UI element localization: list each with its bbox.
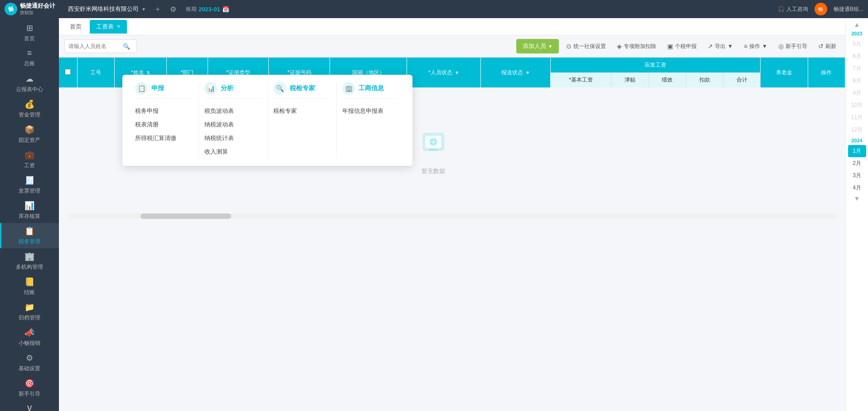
refresh-button[interactable]: ↺ 刷新 bbox=[815, 39, 840, 53]
period-label: 账期 bbox=[186, 5, 197, 13]
refresh-icon: ↺ bbox=[818, 43, 824, 50]
sidebar-item-multi-org[interactable]: 🏢 多机构管理 bbox=[0, 248, 59, 274]
dropdown-item-tax-fluctuation[interactable]: 纳税波动表 bbox=[204, 118, 262, 131]
report-status-filter-icon[interactable]: ▼ bbox=[525, 70, 530, 75]
dropdown-item-tax-report[interactable]: 税务申报 bbox=[135, 104, 193, 118]
refresh-label: 刷新 bbox=[825, 43, 836, 50]
sidebar-item-home[interactable]: ⊞ 首页 bbox=[0, 20, 59, 45]
name-sort-icon[interactable]: ⇅ bbox=[146, 70, 150, 75]
rs-month-2024-2[interactable]: 2月 bbox=[848, 157, 866, 169]
funds-icon: 💰 bbox=[24, 99, 34, 109]
user-avatar[interactable]: 畅 bbox=[815, 3, 827, 15]
sidebar-item-expense[interactable]: 📣 小畅报销 bbox=[0, 324, 59, 350]
add-person-button[interactable]: 添加人员 ▼ bbox=[516, 39, 559, 53]
th-total: 合计 bbox=[723, 73, 761, 87]
rs-month-2024-3[interactable]: 3月 bbox=[848, 169, 866, 182]
person-status-filter-icon[interactable]: ▼ bbox=[455, 70, 459, 75]
company-name: 西安虾米网络科技有限公司 bbox=[68, 5, 139, 13]
tab-payroll-close[interactable]: ✕ bbox=[116, 24, 121, 29]
sidebar-item-guide[interactable]: 🎯 新手引导 bbox=[0, 375, 59, 401]
user-name[interactable]: 畅捷通B组... bbox=[834, 5, 863, 13]
rs-month-2023-7[interactable]: 7月 bbox=[848, 63, 866, 75]
header-actions: ＋ ⚙ bbox=[152, 4, 179, 15]
table-header-row: 工号 *姓名 ⇅ *部门 *证据类型 *证据号码 国籍（地区） *人员状态 ▼ bbox=[59, 58, 845, 73]
tab-payroll[interactable]: 工资表 ✕ bbox=[90, 20, 127, 34]
settings-icon[interactable]: ⚙ bbox=[168, 4, 179, 15]
cloud-icon: ☁ bbox=[25, 74, 34, 84]
rs-prev-arrow[interactable]: ▲ bbox=[850, 20, 864, 29]
th-allowance: 津贴 bbox=[611, 73, 649, 87]
tab-home[interactable]: 首页 bbox=[63, 20, 88, 34]
report-section-icon: 📋 bbox=[135, 82, 148, 95]
export-button[interactable]: ↗ 导出 ▼ bbox=[704, 39, 737, 53]
rs-month-2023-9[interactable]: 9月 bbox=[848, 87, 866, 99]
dropdown-section-report: 📋 申报 税务申报 税表清册 所得税汇算清缴 bbox=[130, 82, 199, 159]
rs-month-2023-11[interactable]: 11月 bbox=[848, 111, 866, 124]
sidebar: ⊞ 首页 ≡ 总账 ☁ 云报表中心 💰 资金管理 📦 固定资产 💼 工资 🧾 发… bbox=[0, 18, 59, 411]
biz-section-icon: 🏢 bbox=[342, 82, 355, 95]
rs-month-2023-6[interactable]: 6月 bbox=[848, 50, 866, 63]
th-checkbox[interactable] bbox=[59, 58, 77, 87]
sidebar-label-archive: 归档管理 bbox=[19, 314, 40, 322]
expense-icon: 📣 bbox=[24, 328, 34, 338]
assets-icon: 📦 bbox=[24, 125, 34, 135]
social-security-button[interactable]: ⊙ 统一社保设置 bbox=[563, 39, 610, 53]
table-scrollbar[interactable] bbox=[68, 213, 836, 219]
dropdown-item-tax-expert[interactable]: 税检专家 bbox=[273, 104, 331, 118]
sidebar-item-member[interactable]: V 畅会员 bbox=[0, 401, 59, 411]
sidebar-label-cloud: 云报表中心 bbox=[16, 86, 43, 93]
right-sidebar: ▲ 2023 5月 6月 7月 8月 9月 10月 11月 12月 2024 1… bbox=[845, 18, 868, 411]
dropdown-item-tax-burden[interactable]: 税负波动表 bbox=[204, 104, 262, 118]
sidebar-item-cloud-reports[interactable]: ☁ 云报表中心 bbox=[0, 71, 59, 96]
sidebar-item-invoices[interactable]: 🧾 发票管理 bbox=[0, 172, 59, 198]
dropdown-item-tax-form[interactable]: 税表清册 bbox=[135, 118, 193, 131]
headset-icon: 🎧 bbox=[778, 6, 785, 12]
sidebar-item-funds[interactable]: 💰 资金管理 bbox=[0, 96, 59, 121]
individual-tax-button[interactable]: ▣ 个税申报 bbox=[664, 39, 700, 53]
add-company-button[interactable]: ＋ bbox=[152, 4, 163, 15]
service-button[interactable]: 🎧 人工咨询 bbox=[778, 5, 808, 13]
dropdown-item-income-estimate[interactable]: 收入测算 bbox=[204, 145, 262, 159]
dropdown-item-annual-report[interactable]: 年报信息申报表 bbox=[342, 104, 400, 118]
social-security-icon: ⊙ bbox=[566, 43, 572, 50]
svg-rect-5 bbox=[429, 149, 437, 151]
rs-next-arrow[interactable]: ▼ bbox=[850, 194, 864, 203]
company-selector[interactable]: 西安虾米网络科技有限公司 ▼ bbox=[68, 5, 146, 13]
rs-month-2023-10[interactable]: 10月 bbox=[848, 99, 866, 111]
search-input[interactable] bbox=[68, 43, 123, 49]
sidebar-item-inventory[interactable]: 📊 库存核算 bbox=[0, 198, 59, 223]
sidebar-item-tax[interactable]: 📋 税务管理 bbox=[0, 223, 59, 248]
rs-month-2023-5[interactable]: 5月 bbox=[848, 38, 866, 50]
main-layout: ⊞ 首页 ≡ 总账 ☁ 云报表中心 💰 资金管理 📦 固定资产 💼 工资 🧾 发… bbox=[0, 18, 868, 411]
header-right: 🎧 人工咨询 畅 畅捷通B组... bbox=[778, 3, 863, 15]
rs-month-2023-8[interactable]: 8月 bbox=[848, 75, 866, 87]
period-calendar-icon[interactable]: 📅 bbox=[222, 6, 229, 13]
dropdown-section-analysis: 📊 分析 税负波动表 纳税波动表 纳税统计表 收入测算 bbox=[199, 82, 267, 159]
analysis-section-icon: 📊 bbox=[204, 82, 217, 95]
table-scrollbar-thumb[interactable] bbox=[141, 213, 231, 219]
sidebar-item-assets[interactable]: 📦 固定资产 bbox=[0, 121, 59, 147]
export-icon: ↗ bbox=[708, 43, 713, 50]
individual-tax-icon: ▣ bbox=[667, 43, 673, 50]
th-deduction: 扣款 bbox=[686, 73, 723, 87]
export-arrow: ▼ bbox=[727, 43, 733, 49]
dropdown-item-tax-stats[interactable]: 纳税统计表 bbox=[204, 131, 262, 145]
sidebar-item-payroll[interactable]: 💼 工资 bbox=[0, 147, 59, 172]
rs-month-2024-4[interactable]: 4月 bbox=[848, 182, 866, 194]
new-guide-button[interactable]: ◎ 新手引导 bbox=[775, 39, 811, 53]
select-all-checkbox[interactable] bbox=[65, 69, 71, 75]
sidebar-item-ledger[interactable]: ≡ 总账 bbox=[0, 45, 59, 71]
content-area: 首页 工资表 ✕ 🔍 添加人员 ▼ ⊙ 统一社保设置 ◈ bbox=[59, 18, 845, 411]
sidebar-item-settings[interactable]: ⚙ 基础设置 bbox=[0, 350, 59, 375]
th-pension: 养老金 bbox=[761, 58, 808, 87]
sidebar-label-funds: 资金管理 bbox=[19, 111, 40, 119]
tax-expert-section-icon: 🔍 bbox=[273, 82, 286, 95]
sidebar-item-close-account[interactable]: 📒 结账 bbox=[0, 274, 59, 299]
operations-button[interactable]: ≡ 操作 ▼ bbox=[740, 39, 771, 53]
rs-month-2023-12[interactable]: 12月 bbox=[848, 124, 866, 136]
special-deduction-button[interactable]: ◈ 专项附加扣除 bbox=[613, 39, 660, 53]
sidebar-item-archive[interactable]: 📁 归档管理 bbox=[0, 299, 59, 324]
rs-month-2024-1[interactable]: 1月 bbox=[848, 145, 866, 157]
biz-section-title: 工商信息 bbox=[359, 84, 384, 92]
dropdown-item-tax-settlement[interactable]: 所得税汇算清缴 bbox=[135, 131, 193, 145]
